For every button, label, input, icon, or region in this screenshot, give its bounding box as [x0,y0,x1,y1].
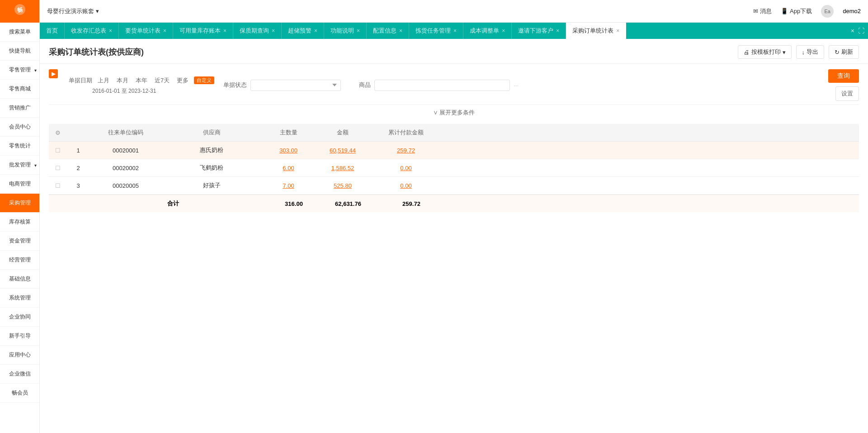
maximize-icon[interactable]: ⛶ [858,27,864,34]
company-selector[interactable]: 母婴行业演示账套 ▾ [47,7,99,15]
setting-button[interactable]: 设置 [835,86,859,101]
row-paid[interactable]: 259.72 [370,142,442,159]
topbar-right: ✉ 消息 📱 App下载 Ea demo2 [753,5,861,18]
tab-close-icon[interactable]: × [616,28,619,34]
tab-available-inventory[interactable]: 可用量库存账本× [173,23,233,39]
date-shortcut-7days[interactable]: 近7天 [153,76,171,86]
tab-purchase-stats[interactable]: 要货单统计表× [119,23,173,39]
tab-shelf-query[interactable]: 保质期查询× [233,23,282,39]
row-amount[interactable]: 525.80 [316,177,370,195]
row-paid[interactable]: 0.00 [370,159,442,177]
tab-config-info[interactable]: 配置信息× [367,23,409,39]
row-qty[interactable]: 6.00 [261,159,316,177]
row-amount[interactable]: 60,519.44 [316,142,370,159]
sidebar-item-finance-mgmt[interactable]: 资金管理 [0,232,39,251]
query-button[interactable]: 查询 [828,69,859,83]
tab-close-icon[interactable]: × [314,28,317,34]
row-paid[interactable]: 0.00 [370,177,442,195]
tab-close-icon[interactable]: × [399,28,402,34]
tab-home[interactable]: 首页 [40,23,65,39]
arrow-icon: ▾ [34,67,37,72]
tab-close-icon[interactable]: × [272,28,275,34]
th-qty: 主数量 [261,124,316,142]
tab-cost-adjust[interactable]: 成本调整单× [463,23,512,39]
row-supplier: 惠氏奶粉 [162,142,261,159]
close-tab-icon[interactable]: × [851,27,854,34]
sidebar-item-retail-shop[interactable]: 零售商城 [0,80,39,99]
table-footer: 合计 316.00 62,631.76 259.72 [49,195,859,212]
sidebar-item-wholesale-mgmt[interactable]: 批发管理▾ [0,156,39,175]
tab-receive-summary[interactable]: 收发存汇总表× [65,23,119,39]
sidebar-item-ecommerce-mgmt[interactable]: 电商管理 [0,175,39,194]
sidebar-item-marketing[interactable]: 营销推广 [0,99,39,118]
tab-close-icon[interactable]: × [453,28,457,34]
tab-close-icon[interactable]: × [556,28,559,34]
th-num [67,124,90,142]
date-shortcut-last-month[interactable]: 上月 [96,76,111,86]
sidebar-item-enterprise-collab[interactable]: 企业协同 [0,308,39,327]
sidebar-item-search[interactable]: 搜索菜单 [0,23,39,42]
sidebar-item-app-center[interactable]: 应用中心 [0,346,39,365]
date-shortcut-more[interactable]: 更多 [175,76,190,86]
status-select[interactable] [250,80,341,91]
sidebar-item-ops-mgmt[interactable]: 经营管理 [0,251,39,270]
row-num: 3 [67,177,90,195]
sidebar-item-member-center[interactable]: 会员中心 [0,118,39,137]
row-supplier: 飞鹤奶粉 [162,159,261,177]
username[interactable]: demo2 [843,8,861,14]
sidebar-item-system-mgmt[interactable]: 系统管理 [0,289,39,308]
row-amount[interactable]: 1,586.52 [316,159,370,177]
tab-close-icon[interactable]: × [357,28,360,34]
arrow-icon: ▾ [34,162,37,167]
goods-input[interactable] [374,80,510,91]
refresh-button[interactable]: ↻ 刷新 [829,45,859,59]
row-qty[interactable]: 7.00 [261,177,316,195]
sidebar-item-inventory-check[interactable]: 库存核算 [0,213,39,232]
sidebar-item-new-guide[interactable]: 新手引导 [0,327,39,346]
tab-label: 首页 [46,27,58,35]
row-check[interactable]: ☐ [49,159,67,177]
sidebar-item-basic-info[interactable]: 基础信息 [0,270,39,289]
sidebar-item-quick-nav[interactable]: 快捷导航 [0,42,39,61]
message-btn[interactable]: ✉ 消息 [753,7,772,15]
expand-conditions-button[interactable]: ∨ 展开更多条件 [433,109,475,117]
settings-icon[interactable]: ⚙ [55,129,61,136]
sidebar-item-purchase-mgmt[interactable]: 采购管理 [0,194,39,213]
print-dropdown-icon: ▾ [783,49,786,56]
tab-close-icon[interactable]: × [163,28,166,34]
date-shortcut-this-month[interactable]: 本月 [115,76,130,86]
row-empty [442,177,859,195]
logo[interactable]: 畅 [0,0,39,23]
company-name: 母婴行业演示账套 [47,7,94,15]
sidebar-item-retail-mgmt[interactable]: 零售管理▾ [0,61,39,80]
row-check[interactable]: ☐ [49,177,67,195]
tab-close-icon[interactable]: × [502,28,505,34]
svg-text:畅: 畅 [17,7,23,13]
custom-date-tag[interactable]: 自定义 [194,76,214,84]
sidebar-item-enterprise-wechat[interactable]: 企业微信 [0,365,39,384]
tab-function-desc[interactable]: 功能说明× [324,23,367,39]
tab-picking-task[interactable]: 拣货任务管理× [409,23,463,39]
date-shortcut-this-year[interactable]: 本年 [134,76,149,86]
filter-expand-toggle[interactable]: ▶ [49,69,58,78]
tab-purchase-order-stats[interactable]: 采购订单统计表× [566,23,626,39]
tab-close-icon[interactable]: × [109,28,112,34]
tab-close-icon[interactable]: × [223,28,226,34]
th-amount: 金额 [316,124,370,142]
tab-invite-downstream[interactable]: 邀请下游客户× [512,23,566,39]
goods-more-icon[interactable]: ··· [514,82,519,89]
row-qty[interactable]: 303.00 [261,142,316,159]
table-row: ☐ 1 00020001 惠氏奶粉 303.00 60,519.44 259.7… [49,142,859,159]
app-download-btn[interactable]: 📱 App下载 [781,7,812,15]
tab-label: 保质期查询 [240,27,269,35]
row-check[interactable]: ☐ [49,142,67,159]
export-button[interactable]: ↓ 导出 [796,45,825,59]
avatar-label: Ea [825,9,830,14]
sidebar-item-vip-member[interactable]: 畅会员 [0,384,39,403]
table-area: ⚙ 往来单位编码 供应商 主数量 金额 累计付款金额 ☐ [40,124,868,221]
print-button[interactable]: 🖨 按模板打印 ▾ [738,45,792,59]
avatar[interactable]: Ea [821,5,834,18]
tab-label: 超储预警 [288,27,311,35]
tab-overstock-warning[interactable]: 超储预警× [282,23,324,39]
sidebar-item-retail-stats[interactable]: 零售统计 [0,137,39,156]
